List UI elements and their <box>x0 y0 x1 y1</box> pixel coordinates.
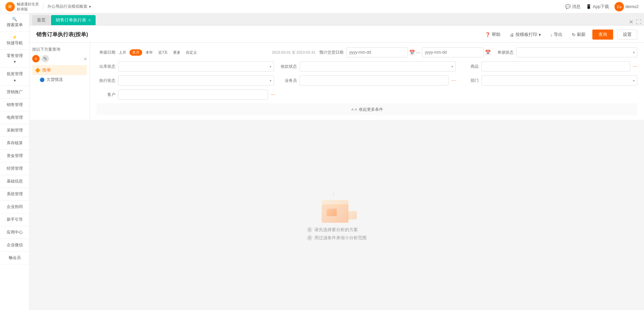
date-tab-current-year[interactable]: 本年 <box>144 49 155 56</box>
window-close-icon[interactable]: ✕ <box>629 19 633 25</box>
collapse-more-btn[interactable]: ∧∧ 收起更多条件 <box>97 104 637 115</box>
expected-date-from[interactable] <box>346 47 408 57</box>
date-tab-prev-month[interactable]: 上月 <box>117 49 128 56</box>
sidebar-item-wholesale[interactable]: 批发管理 ▴ <box>0 68 29 86</box>
window-maximize-icon[interactable]: ⛶ <box>636 19 641 25</box>
sidebar-item-ecommerce[interactable]: 电商管理 <box>0 111 29 124</box>
logo-area: 好 畅捷通好生意 标准版 <box>5 2 39 11</box>
sidebar-item-quick-nav[interactable]: ⚡ 快捷导航 <box>0 32 29 50</box>
message-btn[interactable]: 💬 消息 <box>565 4 581 10</box>
goods-label: 商品 <box>460 64 479 69</box>
sidebar-item-purchase[interactable]: 采购管理 <box>0 124 29 137</box>
collapse-icon: ∧∧ <box>351 107 358 112</box>
expected-date-range: 📅 — 📅 <box>346 47 490 57</box>
sidebar-item-inventory[interactable]: 库存核算 <box>0 137 29 150</box>
date-tab-current-month[interactable]: 本月 <box>129 49 142 56</box>
scheme-sub-icon: 🔵 <box>40 78 45 82</box>
empty-tip-2: 2 用过滤条件来缩小分析范围 <box>307 235 367 241</box>
filter-group-expected-date: 预计交货日期 📅 — 📅 <box>319 47 490 57</box>
refresh-btn[interactable]: ↻ 刷新 <box>569 30 588 39</box>
calendar-to-icon[interactable]: 📅 <box>485 50 491 55</box>
header-right: 💬 消息 📱 App下载 Ea demo2 <box>565 2 639 11</box>
query-button[interactable]: 查询 <box>592 30 613 40</box>
goods-more-btn[interactable]: ··· <box>633 63 637 69</box>
sidebar-item-vip[interactable]: 畅会员 <box>0 252 29 264</box>
sidebar-item-search[interactable]: 🔍 搜索菜单 <box>0 13 29 32</box>
breadcrumb: 办公用品行业模拟账套 ▾ <box>47 4 91 9</box>
tabs-bar: 首页 销售订单执行表 × ✕ ⛶ <box>30 13 644 25</box>
download-icon: 📱 <box>586 4 591 9</box>
customer-more-btn[interactable]: ··· <box>271 92 275 98</box>
receipt-select-wrap: ▾ <box>300 61 455 71</box>
receipt-select[interactable] <box>300 61 455 71</box>
settings-button[interactable]: 设置 <box>617 30 637 40</box>
out-stock-label: 出库状态 <box>97 64 115 69</box>
sidebar-item-marketing[interactable]: 营销推广 <box>0 86 29 99</box>
exec-label: 执行状态 <box>97 78 115 84</box>
sidebar-item-sales[interactable]: 销售管理 <box>0 99 29 111</box>
app-download-btn[interactable]: 📱 App下载 <box>586 4 609 10</box>
tab-close-icon[interactable]: × <box>88 18 91 22</box>
sidebar-item-basic[interactable]: 基础信息 <box>0 175 29 188</box>
page-title: 销售订单执行表(按单) <box>36 31 88 38</box>
sidebar-item-operations[interactable]: 经营管理 <box>0 162 29 175</box>
sidebar-item-finance[interactable]: 资金管理 <box>0 150 29 162</box>
scheme-item-backorder[interactable]: 🔵 欠货情况 <box>32 75 87 84</box>
date-range-display: 2023-03-01 至 2023-03-31 <box>272 50 315 55</box>
sidebar-item-enterprise-wechat[interactable]: 企业微信 <box>0 239 29 252</box>
window-controls: ✕ ⛶ <box>629 19 641 25</box>
print-dropdown-icon[interactable]: ▾ <box>539 32 541 37</box>
empty-state: ↑ 1 请先选择要分析的方案 2 用过滤条件来缩小分析范围 <box>30 120 644 310</box>
filter-group-exec: 执行状态 ▾ <box>97 75 274 86</box>
salesman-input[interactable] <box>300 75 448 86</box>
date-tab-more[interactable]: 更多 <box>171 49 182 56</box>
dept-label: 部门 <box>460 78 479 84</box>
calendar-from-icon[interactable]: 📅 <box>409 50 415 55</box>
user-profile[interactable]: Ea demo2 <box>614 2 639 11</box>
out-stock-select[interactable] <box>118 61 274 71</box>
status-select[interactable] <box>516 47 637 57</box>
filter-group-outstock: 出库状态 ▾ <box>97 61 274 71</box>
add-scheme-btn[interactable]: + <box>32 55 40 62</box>
filter-row-3: 执行状态 ▾ 业务员 ··· 部门 <box>97 75 637 86</box>
sidebar-item-apps[interactable]: 应用中心 <box>0 226 29 239</box>
tab-home[interactable]: 首页 <box>32 15 50 25</box>
breadcrumb-arrow[interactable]: ▾ <box>89 4 91 9</box>
date-tabs: 上月 本月 本年 近7天 更多 自定义 <box>117 49 199 56</box>
print-btn[interactable]: 🖨 按模板打印 ▾ <box>507 30 544 39</box>
edit-scheme-btn[interactable]: ✎ <box>42 55 49 62</box>
tab-sales-order[interactable]: 销售订单执行表 × <box>51 15 96 25</box>
exec-select[interactable] <box>118 75 274 86</box>
content-area: 首页 销售订单执行表 × ✕ ⛶ 销售订单执行表(按单) ❓ 帮助 🖨 <box>30 13 644 310</box>
sidebar-item-retail[interactable]: 零售管理 ▾ <box>0 50 29 68</box>
export-btn[interactable]: ↓ 导出 <box>548 30 566 39</box>
salesman-more-btn[interactable]: ··· <box>451 78 455 84</box>
scheme-item-single[interactable]: 🔶 按单 <box>32 65 87 75</box>
header-divider <box>43 4 43 9</box>
message-icon: 💬 <box>565 4 571 9</box>
goods-input[interactable] <box>481 61 630 71</box>
dept-select[interactable] <box>481 75 637 86</box>
date-tab-7days[interactable]: 近7天 <box>156 49 170 56</box>
filter-group-goods: 商品 ··· <box>460 61 637 71</box>
scheme-icon: 🔶 <box>35 68 40 73</box>
status-label: 单据状态 <box>495 50 514 55</box>
expected-date-to[interactable] <box>422 47 484 57</box>
tip-num-1: 1 <box>307 227 312 232</box>
dept-select-wrap: ▾ <box>481 75 637 86</box>
main-layout: 🔍 搜索菜单 ⚡ 快捷导航 零售管理 ▾ 批发管理 ▴ 营销推广 销售管理 电商… <box>0 13 644 310</box>
status-select-wrap: ▾ <box>516 47 637 57</box>
filter-panel: 按以下方案查询 + ✎ « 🔶 按单 <box>30 43 644 120</box>
tip-num-2: 2 <box>307 235 312 241</box>
sidebar-item-newbie[interactable]: 新手引导 <box>0 213 29 226</box>
print-icon: 🖨 <box>510 32 514 37</box>
sidebar-item-enterprise[interactable]: 企业协同 <box>0 201 29 213</box>
sidebar-item-system[interactable]: 系统管理 <box>0 188 29 201</box>
collapse-scheme-btn[interactable]: « <box>84 56 87 62</box>
customer-input[interactable] <box>118 90 268 100</box>
date-tab-custom[interactable]: 自定义 <box>184 49 199 56</box>
help-btn[interactable]: ❓ 帮助 <box>482 30 503 39</box>
page-actions: ❓ 帮助 🖨 按模板打印 ▾ ↓ 导出 ↻ 刷新 查询 设置 <box>482 30 638 40</box>
logo-icon: 好 <box>5 2 15 11</box>
filter-group-date: 单据日期 上月 本月 本年 近7天 更多 自定义 <box>97 49 268 56</box>
